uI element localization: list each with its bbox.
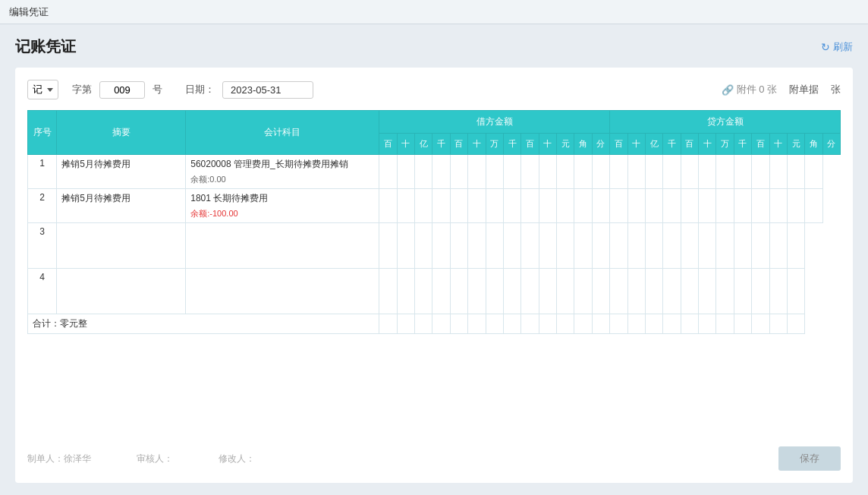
table-row[interactable]: 2 摊销5月待摊费用 1801 长期待摊费用 余额:-100.00 — [28, 189, 841, 223]
th-c-bai1: 百 — [610, 134, 627, 155]
ji-select[interactable]: 记 — [27, 80, 58, 99]
th-d-bai1: 百 — [379, 134, 397, 155]
save-button[interactable]: 保存 — [778, 446, 841, 471]
page-header: 记账凭证 ↻ 刷新 — [15, 36, 853, 57]
attach-label: 附件 0 张 — [737, 83, 777, 96]
th-d-yi1: 亿 — [415, 134, 432, 155]
th-c-jiao1: 角 — [805, 134, 822, 155]
row-summary-2[interactable]: 摊销5月待摊费用 — [57, 189, 186, 223]
th-credit: 贷方金额 — [610, 111, 841, 134]
th-c-yi1: 亿 — [645, 134, 662, 155]
date-input[interactable] — [222, 81, 313, 99]
th-c-bai2: 百 — [681, 134, 698, 155]
th-d-shi3: 十 — [539, 134, 556, 155]
refresh-icon: ↻ — [821, 41, 830, 53]
th-d-qian2: 千 — [503, 134, 520, 155]
date-label: 日期： — [185, 83, 215, 96]
attach-single[interactable]: 附单据 — [789, 83, 819, 96]
reviewer-label: 审核人： — [137, 452, 173, 465]
refresh-label: 刷新 — [833, 40, 853, 54]
row-summary-4[interactable] — [57, 269, 186, 314]
th-c-qian1: 千 — [663, 134, 681, 155]
th-c-shi2: 十 — [699, 134, 716, 155]
row-account-4[interactable] — [186, 269, 379, 314]
th-c-fen1: 分 — [822, 134, 840, 155]
th-c-wan1: 万 — [716, 134, 734, 155]
form-row: 记 字第 号 日期： 🔗 附件 0 张 附单据 张 — [27, 80, 841, 99]
title-bar-label: 编辑凭证 — [9, 5, 49, 19]
th-d-fen1: 分 — [592, 134, 609, 155]
row-summary-1[interactable]: 摊销5月待摊费用 — [57, 155, 186, 189]
total-label: 合计：零元整 — [28, 314, 379, 334]
attach-link[interactable]: 🔗 附件 0 张 — [722, 83, 777, 96]
row-seq-4: 4 — [28, 269, 57, 314]
voucher-card: 记 字第 号 日期： 🔗 附件 0 张 附单据 张 序号 — [15, 68, 853, 483]
main-content: 记账凭证 ↻ 刷新 记 字第 号 日期： 🔗 附件 0 张 附单据 张 — [0, 24, 868, 495]
total-row: 合计：零元整 — [28, 314, 841, 334]
th-c-shi1: 十 — [627, 134, 645, 155]
chevron-down-icon — [47, 88, 53, 92]
th-c-qian2: 千 — [734, 134, 751, 155]
ji-value: 记 — [33, 83, 42, 96]
row-account-2[interactable]: 1801 长期待摊费用 余额:-100.00 — [186, 189, 379, 223]
page-title: 记账凭证 — [15, 36, 76, 57]
th-c-shi3: 十 — [769, 134, 787, 155]
th-d-wan1: 万 — [486, 134, 503, 155]
row-summary-3[interactable] — [57, 223, 186, 269]
row-account-1[interactable]: 56020008 管理费用_长期待摊费用摊销 余额:0.00 — [186, 155, 379, 189]
th-debit: 借方金额 — [379, 111, 610, 134]
zhang-label: 张 — [831, 83, 841, 96]
hao-label: 号 — [153, 83, 162, 96]
row-seq-3: 3 — [28, 223, 57, 269]
th-d-yuan1: 元 — [557, 134, 574, 155]
editor-label: 修改人： — [219, 452, 255, 465]
th-d-jiao1: 角 — [574, 134, 592, 155]
th-d-bai2: 百 — [450, 134, 467, 155]
row-account-3[interactable] — [186, 223, 379, 269]
row-seq-1: 1 — [28, 155, 57, 189]
paperclip-icon: 🔗 — [722, 84, 734, 96]
th-d-shi2: 十 — [468, 134, 486, 155]
th-d-shi1: 十 — [397, 134, 414, 155]
voucher-table: 序号 摘要 会计科目 借方金额 贷方金额 百 十 亿 千 百 十 万 — [27, 110, 841, 334]
th-account: 会计科目 — [186, 111, 379, 155]
zi-label: 字第 — [72, 83, 92, 96]
attachment-area: 🔗 附件 0 张 附单据 张 — [722, 83, 841, 96]
creator-label: 制单人：徐泽华 — [27, 452, 91, 465]
th-d-bai3: 百 — [521, 134, 539, 155]
zi-input[interactable] — [99, 81, 145, 99]
th-summary: 摘要 — [57, 111, 186, 155]
th-d-qian1: 千 — [432, 134, 450, 155]
th-seq: 序号 — [28, 111, 57, 155]
th-c-bai3: 百 — [752, 134, 769, 155]
table-row[interactable]: 3 — [28, 223, 841, 269]
title-bar: 编辑凭证 — [0, 0, 868, 24]
footer-row: 制单人：徐泽华 审核人： 修改人： 保存 — [27, 439, 841, 471]
th-c-yuan1: 元 — [787, 134, 804, 155]
refresh-button[interactable]: ↻ 刷新 — [821, 40, 853, 54]
row-seq-2: 2 — [28, 189, 57, 223]
table-row[interactable]: 1 摊销5月待摊费用 56020008 管理费用_长期待摊费用摊销 余额:0.0… — [28, 155, 841, 189]
table-row[interactable]: 4 — [28, 269, 841, 314]
